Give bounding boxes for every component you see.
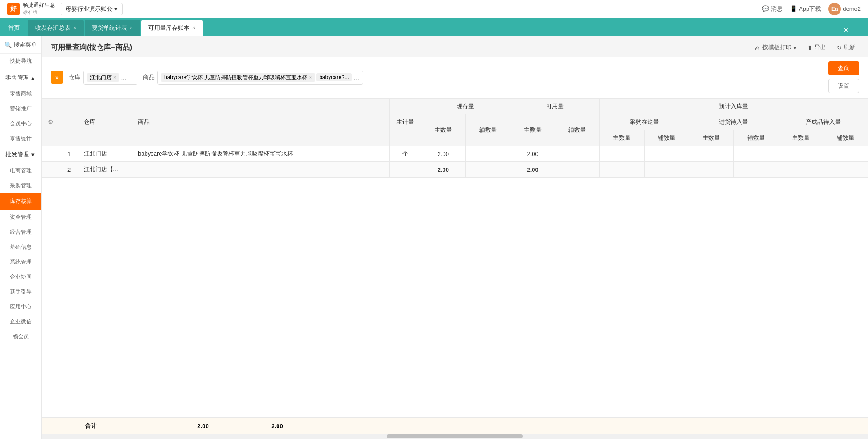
top-bar: 好 畅捷通好生意 标准版 母婴行业演示账套 ▾ 💬 消息 📱 App下载 Ea …	[0, 0, 868, 18]
print-label: 按模板打印	[762, 43, 792, 52]
tab-receivable-label: 收发存汇总表	[35, 24, 71, 32]
row1-inbound-main	[689, 146, 734, 162]
th-inbound-main: 主数量	[689, 130, 734, 146]
product-ellipsis[interactable]: ...	[354, 74, 359, 81]
page-actions: 🖨 按模板打印 ▾ ⬆ 导出 ↻ 刷新	[751, 42, 859, 53]
sidebar-item-vip[interactable]: 畅会员	[0, 329, 41, 344]
footer-current-aux	[222, 423, 259, 430]
row2-product	[132, 162, 390, 178]
footer-available-aux	[296, 423, 333, 430]
product-tag-2-text: babycare?...	[319, 74, 349, 80]
product-filter: 商品 babycare学饮杯 儿童防摔防撞吸管杯重力球吸嘴杯宝宝水杯 × bab…	[143, 71, 363, 85]
industry-label: 母婴行业演示账套	[66, 5, 113, 13]
row2-num: 2	[60, 162, 78, 178]
th-gear[interactable]: ⚙	[42, 99, 60, 146]
industry-selector[interactable]: 母婴行业演示账套 ▾	[61, 3, 123, 15]
refresh-button[interactable]: ↻ 刷新	[833, 42, 859, 53]
row2-inbound-aux	[734, 162, 778, 178]
tab-home-label: 首页	[8, 24, 20, 32]
sidebar-search[interactable]: 🔍 搜索菜单	[0, 36, 41, 53]
table-row: 1 江北门店 babycare学饮杯 儿童防摔防撞吸管杯重力球吸嘴杯宝宝水杯 个…	[42, 146, 868, 162]
filter-toggle-button[interactable]: »	[51, 71, 63, 84]
footer-available-main: 2.00	[259, 423, 296, 430]
tab-home[interactable]: 首页	[1, 20, 27, 36]
query-button[interactable]: 查询	[828, 61, 859, 75]
sidebar-category-retail[interactable]: 零售管理 ▲	[0, 69, 41, 86]
row2-unit	[389, 162, 421, 178]
sidebar-item-operations[interactable]: 经营管理	[0, 225, 41, 240]
setting-button[interactable]: 设置	[828, 79, 859, 93]
content-area: 可用量查询(按仓库+商品) 🖨 按模板打印 ▾ ⬆ 导出 ↻ 刷新	[42, 36, 868, 439]
sidebar-item-retail-mall[interactable]: 零售商城	[0, 86, 41, 101]
row2-current-main: 2.00	[421, 162, 466, 178]
row1-production-aux	[823, 146, 868, 162]
sidebar-item-inventory[interactable]: 库存核算	[0, 193, 41, 210]
sidebar-item-enterprise[interactable]: 企业协同	[0, 269, 41, 284]
sidebar-category-wholesale[interactable]: 批发管理 ▼	[0, 146, 41, 163]
sidebar-quicknav[interactable]: 快捷导航	[0, 54, 41, 69]
page-header: 可用量查询(按仓库+商品) 🖨 按模板打印 ▾ ⬆ 导出 ↻ 刷新	[42, 36, 868, 57]
row1-num: 1	[60, 146, 78, 162]
sidebar-item-wecom[interactable]: 企业微信	[0, 314, 41, 329]
footer-current-main: 2.00	[184, 423, 222, 430]
row1-production-main	[778, 146, 823, 162]
table-container[interactable]: ⚙ 仓库 商品 主计量 现存量 可用量 预计入库量 主数量 辅数量 主数量	[42, 98, 868, 417]
avatar: Ea	[828, 3, 841, 15]
sidebar-item-basic[interactable]: 基础信息	[0, 240, 41, 255]
nav-tabs-right: × ⛶	[842, 24, 868, 36]
tab-receivable-summary[interactable]: 收发存汇总表 ×	[28, 20, 84, 36]
logo-text: 畅捷通好生意	[23, 2, 55, 9]
message-button[interactable]: 💬 消息	[762, 5, 783, 13]
export-button[interactable]: ⬆ 导出	[804, 42, 830, 53]
sidebar-item-system[interactable]: 系统管理	[0, 255, 41, 269]
tab-receivable-close[interactable]: ×	[73, 25, 76, 31]
close-all-button[interactable]: ×	[842, 24, 850, 36]
row1-available-main: 2.00	[510, 146, 555, 162]
th-available: 可用量	[510, 99, 600, 114]
user-area[interactable]: Ea demo2	[828, 3, 861, 15]
row1-gear	[42, 146, 60, 162]
th-inbound-aux: 辅数量	[734, 130, 778, 146]
row1-unit: 个	[389, 146, 421, 162]
sidebar-item-appcenter[interactable]: 应用中心	[0, 299, 41, 314]
th-purchase-transit: 采购在途量	[599, 114, 689, 130]
product-input[interactable]: babycare学饮杯 儿童防摔防撞吸管杯重力球吸嘴杯宝宝水杯 × babyca…	[157, 71, 363, 85]
sidebar-item-retail-stats[interactable]: 零售统计	[0, 131, 41, 146]
product-tag-1-close[interactable]: ×	[309, 75, 312, 80]
gear-icon[interactable]: ⚙	[48, 118, 54, 126]
print-button[interactable]: 🖨 按模板打印 ▾	[751, 42, 800, 53]
refresh-icon: ↻	[837, 44, 842, 51]
app-download-button[interactable]: 📱 App下载	[790, 5, 821, 13]
scroll-thumb[interactable]	[387, 434, 523, 438]
th-inbound-waiting: 进货待入量	[689, 114, 778, 130]
footer-unit	[139, 423, 184, 430]
tab-available-close[interactable]: ×	[192, 25, 195, 31]
sidebar-item-purchase[interactable]: 采购管理	[0, 178, 41, 193]
warehouse-tag-close[interactable]: ×	[113, 75, 116, 80]
product-label: 商品	[143, 73, 155, 81]
refresh-label: 刷新	[844, 43, 855, 52]
warehouse-input[interactable]: 江北门店 × ...	[83, 71, 137, 85]
sidebar-item-marketing[interactable]: 营销推广	[0, 101, 41, 116]
tab-order-close[interactable]: ×	[130, 25, 133, 31]
sidebar-item-ecommerce[interactable]: 电商管理	[0, 163, 41, 178]
tab-available-stock[interactable]: 可用量库存账本 ×	[141, 20, 203, 36]
row1-purchase-main	[599, 146, 644, 162]
warehouse-tag-text: 江北门店	[90, 74, 112, 81]
th-current-main: 主数量	[421, 114, 466, 146]
row1-current-main: 2.00	[421, 146, 466, 162]
row2-production-main	[778, 162, 823, 178]
th-available-main: 主数量	[510, 114, 555, 146]
retail-label: 零售管理	[5, 74, 29, 82]
sidebar-item-member[interactable]: 会员中心	[0, 116, 41, 131]
tab-order-stats[interactable]: 要货单统计表 ×	[85, 20, 140, 36]
th-production-main: 主数量	[778, 130, 823, 146]
fullscreen-button[interactable]: ⛶	[854, 24, 864, 36]
warehouse-ellipsis[interactable]: ...	[121, 74, 126, 81]
filter-area: » 仓库 江北门店 × ... 商品 babycare学饮杯 儿童防摔防撞吸管杯…	[42, 57, 868, 98]
sidebar-item-finance[interactable]: 资金管理	[0, 210, 41, 225]
search-icon: 🔍	[5, 42, 12, 48]
th-production-waiting: 产成品待入量	[778, 114, 868, 130]
sidebar-item-newbie[interactable]: 新手引导	[0, 284, 41, 299]
horizontal-scrollbar[interactable]	[42, 434, 868, 439]
